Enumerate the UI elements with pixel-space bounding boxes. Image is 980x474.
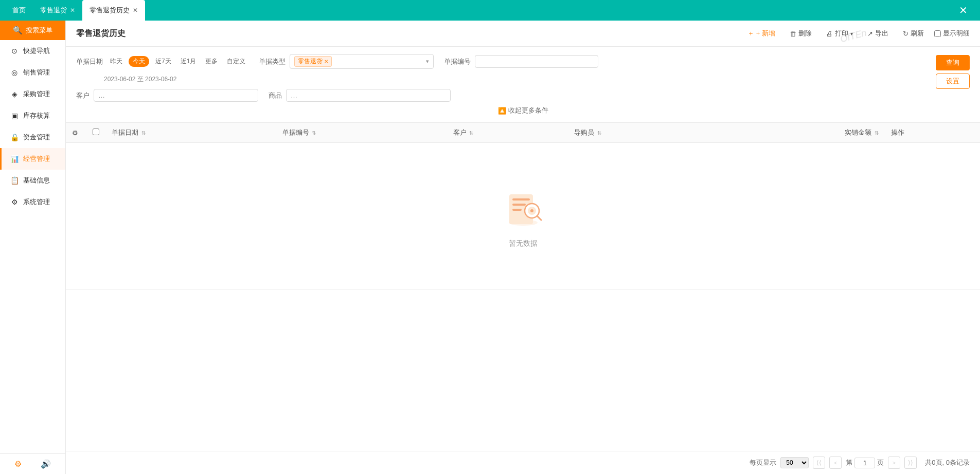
new-button[interactable]: ＋ + 新增 [743,27,779,40]
window-close-button[interactable]: ✕ [955,4,972,16]
sidebar-item-sales-mgmt[interactable]: ◎ 销售管理 [0,62,65,83]
refresh-button[interactable]: ↻ 刷新 [899,27,928,40]
page-title: 零售退货历史 [76,28,126,39]
export-button[interactable]: ↗ 导出 [863,27,893,40]
date-opt-1month[interactable]: 近1月 [177,56,200,67]
date-options: 昨天 今天 近7天 近1月 更多 自定义 [107,56,248,67]
header-actions: ＋ + 新增 🗑 删除 🖨 打印 ▾ ↗ 导出 ↻ [743,27,970,40]
page-last-button[interactable]: ⟩⟩ [904,457,917,469]
page-number-input[interactable] [854,458,875,468]
sidebar-item-stock-calc[interactable]: ▣ 库存核算 [0,105,65,126]
page-next-button[interactable]: ＞ [888,457,900,469]
sidebar-bottom: ⚙ 🔊 [0,453,65,474]
tab-home[interactable]: 首页 [5,0,33,21]
sidebar-item-quick-nav-label: 快捷导航 [23,46,50,56]
top-bar-right: ✕ [955,4,980,16]
sidebar-settings-button[interactable]: ⚙ [14,459,22,469]
th-check[interactable] [86,123,105,143]
sidebar-item-sales-mgmt-label: 销售管理 [23,68,50,77]
basic-info-icon: 📋 [10,176,19,185]
page-first-button[interactable]: ⟨⟨ [813,457,825,469]
page-info: 第 页 [846,458,884,468]
sidebar-item-purchase-mgmt-label: 采购管理 [23,89,50,99]
th-date-sort-icon: ⇅ [141,130,146,136]
settings-gear-icon[interactable]: ⚙ [72,129,78,137]
date-opt-today[interactable]: 今天 [129,56,149,67]
refresh-icon: ↻ [903,30,908,38]
th-date-label: 单据日期 [112,129,138,136]
th-date[interactable]: 单据日期 ⇅ [105,123,276,143]
th-customer-label: 客户 [453,129,467,136]
th-action-label: 操作 [891,129,904,136]
page-label: 页 [877,458,884,467]
th-customer[interactable]: 客户 ⇅ [447,123,568,143]
tab-retail-return-close[interactable]: ✕ [70,7,75,14]
th-customer-sort-icon: ⇅ [469,130,473,136]
delete-icon: 🗑 [790,30,796,38]
sidebar-menu: ⊙ 快捷导航 ◎ 销售管理 ◈ 采购管理 ▣ 库存核算 🔒 资金管理 📊 经营管 [0,40,65,453]
sys-mgmt-icon: ⚙ [10,197,19,207]
show-details-checkbox-label[interactable]: 显示明细 [934,29,970,38]
page-prev-button[interactable]: ＜ [829,457,842,469]
export-label: 导出 [875,29,888,38]
th-guide[interactable]: 导购员 ⇅ [568,123,714,143]
sidebar: 🔍 搜索菜单 ⊙ 快捷导航 ◎ 销售管理 ◈ 采购管理 ▣ 库存核算 🔒 资金 [0,21,66,474]
filter-voucher-input[interactable] [475,55,598,68]
page-size-select[interactable]: 50 100 200 [780,457,809,468]
empty-state: 暂无数据 [66,143,980,289]
th-amount-label: 实销金额 [845,129,871,136]
type-select-arrow-icon: ▾ [426,58,429,65]
filter-area: 单据日期 昨天 今天 近7天 近1月 更多 自定义 单据类型 [66,47,980,123]
date-opt-more[interactable]: 更多 [202,56,221,67]
tab-retail-return-history[interactable]: 零售退货历史 ✕ [82,0,145,21]
tab-retail-return[interactable]: 零售退货 ✕ [33,0,82,21]
th-amount[interactable]: 实销金额 ⇅ [714,123,885,143]
filter-row-2: 客户 … 商品 … [76,89,928,102]
date-opt-yesterday[interactable]: 昨天 [107,56,126,67]
date-opt-7days[interactable]: 近7天 [152,56,174,67]
print-dropdown-icon: ▾ [850,31,853,37]
filter-type-select[interactable]: 零售退货 ✕ ▾ [290,54,434,69]
filter-voucher-item: 单据编号 [444,55,598,68]
main-layout: 🔍 搜索菜单 ⊙ 快捷导航 ◎ 销售管理 ◈ 采购管理 ▣ 库存核算 🔒 资金 [0,21,980,474]
search-icon: 🔍 [13,26,23,35]
tab-retail-return-history-close[interactable]: ✕ [133,7,138,14]
delete-label: 删除 [798,29,812,38]
filter-goods-label: 商品 [269,91,282,100]
sidebar-item-sys-mgmt[interactable]: ⚙ 系统管理 [0,191,65,213]
show-details-checkbox[interactable] [934,30,941,37]
filter-goods-item: 商品 … [269,89,451,102]
sidebar-item-quick-nav[interactable]: ⊙ 快捷导航 [0,40,65,62]
sidebar-item-fund-mgmt[interactable]: 🔒 资金管理 [0,126,65,148]
print-button[interactable]: 🖨 打印 ▾ [822,27,857,40]
th-settings[interactable]: ⚙ [66,123,86,143]
sidebar-item-purchase-mgmt[interactable]: ◈ 采购管理 [0,83,65,105]
filter-customer-input[interactable]: … [94,89,258,102]
th-voucher-no-sort-icon: ⇅ [312,130,316,136]
sidebar-search-button[interactable]: 🔍 搜索菜单 [0,21,65,40]
new-label: + 新增 [756,29,775,38]
sidebar-item-biz-mgmt[interactable]: 📊 经营管理 [0,148,65,170]
collapse-button[interactable]: 🔼 收起更多条件 [498,106,548,115]
sidebar-item-basic-info[interactable]: 📋 基础信息 [0,170,65,191]
delete-button[interactable]: 🗑 删除 [786,27,816,40]
filter-type-tag-remove[interactable]: ✕ [324,59,328,64]
show-details-label: 显示明细 [943,29,970,38]
filter-settings-button[interactable]: 设置 [936,74,970,89]
filter-voucher-label: 单据编号 [444,57,471,66]
content-area: 零售退货历史 ＋ + 新增 🗑 删除 🖨 打印 ▾ ↗ 导出 [66,21,980,474]
check-all-checkbox[interactable] [93,129,99,135]
svg-line-7 [537,216,541,220]
collapse-icon: 🔼 [498,107,506,115]
filter-goods-input[interactable]: … [286,89,451,102]
th-voucher-no[interactable]: 单据编号 ⇅ [276,123,447,143]
svg-rect-2 [512,198,530,200]
biz-mgmt-icon: 📊 [10,154,19,163]
date-opt-custom[interactable]: 自定义 [224,56,248,67]
sidebar-volume-button[interactable]: 🔊 [41,459,51,469]
sales-mgmt-icon: ◎ [10,68,19,77]
empty-text: 暂无数据 [509,239,538,248]
sidebar-search-label: 搜索菜单 [26,26,52,35]
collapse-label: 收起更多条件 [508,106,548,115]
query-button[interactable]: 查询 [936,55,970,70]
